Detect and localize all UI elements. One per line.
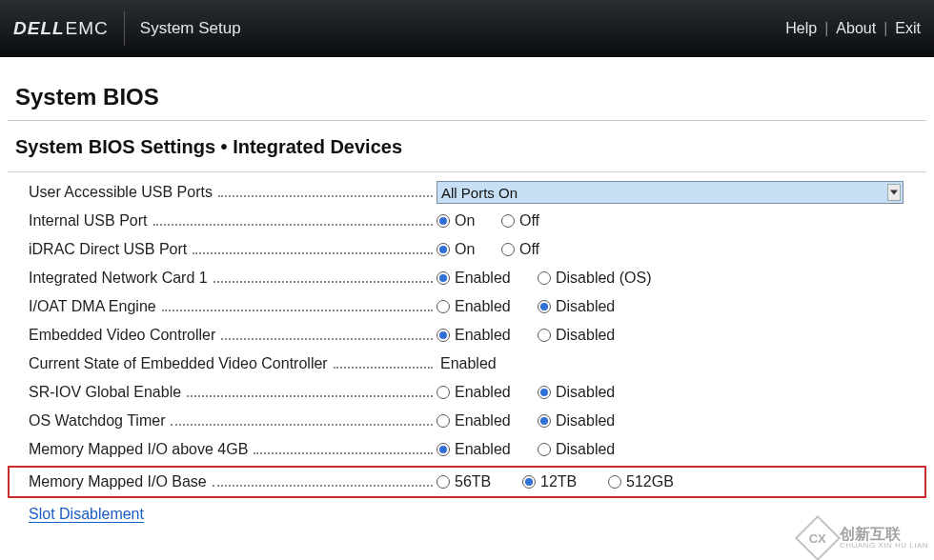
page: System BIOS System BIOS Settings • Integ… [8, 76, 926, 523]
idrac-usb-radio-on[interactable]: On [437, 241, 501, 258]
setting-label: Memory Mapped I/O Base [29, 473, 437, 490]
setting-row-idrac-usb: iDRAC Direct USB PortOnOff [8, 235, 926, 264]
watermark-cn: 创新互联 [840, 527, 928, 542]
embedded-video-radio-disabled[interactable]: Disabled [538, 327, 633, 344]
radio-label: Enabled [455, 384, 511, 401]
help-link[interactable]: Help [785, 20, 817, 37]
select-value: All Ports On [441, 185, 518, 201]
radio-icon [538, 329, 551, 342]
about-link[interactable]: About [836, 20, 876, 37]
nic1-radio-disabled-os-[interactable]: Disabled (OS) [538, 270, 671, 287]
radio-label: Disabled [556, 298, 615, 315]
radio-icon [437, 243, 450, 256]
embedded-video-radio-enabled[interactable]: Enabled [437, 327, 538, 344]
setting-label-text: SR-IOV Global Enable [29, 384, 181, 401]
setting-label-text: Embedded Video Controller [29, 327, 215, 344]
radio-icon [538, 300, 551, 313]
radio-label: On [455, 212, 475, 230]
setting-row-internal-usb: Internal USB PortOnOff [8, 207, 926, 235]
setting-value: Enabled [437, 355, 497, 372]
setting-label: User Accessible USB Ports [29, 184, 437, 201]
ioat-radio-disabled[interactable]: Disabled [538, 298, 633, 315]
sriov-radio-disabled[interactable]: Disabled [538, 384, 633, 401]
setting-label-text: iDRAC Direct USB Port [29, 241, 187, 258]
radio-label: On [455, 241, 475, 258]
radio-label: 12TB [540, 473, 577, 490]
setting-value: EnabledDisabled [437, 441, 633, 458]
setting-row-sriov: SR-IOV Global EnableEnabledDisabled [8, 378, 926, 407]
radio-icon [437, 386, 450, 399]
radio-icon [437, 475, 450, 489]
radio-label: 512GB [626, 473, 674, 490]
mmio4gb-radio-disabled[interactable]: Disabled [538, 441, 633, 458]
setting-label-text: Internal USB Port [29, 212, 148, 230]
setting-label: Internal USB Port [29, 212, 437, 230]
radio-label: Enabled [455, 327, 511, 344]
setting-label-text: Memory Mapped I/O above 4GB [29, 441, 248, 458]
watchdog-radio-enabled[interactable]: Enabled [437, 412, 538, 430]
dots-leader [153, 216, 434, 226]
setting-label-text: OS Watchdog Timer [29, 412, 165, 430]
setting-label: iDRAC Direct USB Port [29, 241, 437, 258]
watermark-logo: CX [795, 515, 841, 560]
chevron-down-icon[interactable] [887, 184, 901, 201]
slot-disablement-link[interactable]: Slot Disablement [29, 506, 144, 523]
radio-icon [538, 386, 551, 399]
mmio-base-radio-512gb[interactable]: 512GB [608, 473, 694, 490]
radio-icon [501, 243, 515, 256]
dots-leader [171, 416, 433, 426]
sriov-radio-enabled[interactable]: Enabled [437, 384, 538, 401]
setting-label-text: User Accessible USB Ports [29, 184, 213, 201]
radio-label: Enabled [455, 412, 511, 430]
internal-usb-radio-on[interactable]: On [437, 212, 501, 230]
watermark: CX 创新互联 CHUANG XIN HU LIAN [802, 522, 928, 554]
usb-ports-select[interactable]: All Ports On [437, 181, 904, 204]
watchdog-radio-disabled[interactable]: Disabled [538, 412, 633, 430]
exit-link[interactable]: Exit [895, 20, 921, 37]
setting-label: I/OAT DMA Engine [29, 298, 437, 315]
mmio-base-radio-12tb[interactable]: 12TB [522, 473, 608, 490]
nic1-radio-enabled[interactable]: Enabled [437, 270, 538, 287]
breadcrumb: System BIOS Settings • Integrated Device… [8, 121, 926, 172]
setting-label-text: Integrated Network Card 1 [29, 270, 208, 287]
mmio-base-radio-56tb[interactable]: 56TB [437, 473, 522, 490]
radio-label: Disabled [556, 384, 615, 401]
ioat-radio-enabled[interactable]: Enabled [437, 298, 538, 315]
brand-dell: DELL [13, 18, 65, 39]
top-links: Help | About | Exit [785, 20, 921, 37]
dots-leader [162, 302, 433, 311]
page-title: System BIOS [8, 76, 926, 121]
setting-value: OnOff [437, 212, 558, 230]
dots-leader [187, 388, 433, 397]
setting-label: Integrated Network Card 1 [29, 270, 437, 287]
setting-value: EnabledDisabled [437, 327, 633, 344]
mmio4gb-radio-enabled[interactable]: Enabled [437, 441, 538, 458]
radio-icon [437, 443, 450, 456]
setting-value: EnabledDisabled (OS) [437, 270, 671, 287]
dots-leader [193, 245, 433, 254]
internal-usb-radio-off[interactable]: Off [501, 212, 558, 230]
radio-label: Enabled [455, 298, 511, 315]
radio-icon [538, 271, 551, 285]
radio-icon [437, 414, 450, 428]
brand-logo: DELLEMC [13, 18, 109, 39]
radio-icon [437, 271, 450, 285]
dots-leader [221, 330, 433, 340]
radio-label: Disabled [556, 412, 615, 430]
setting-label: Embedded Video Controller [29, 327, 437, 344]
setting-value: All Ports On [437, 181, 904, 204]
app-title: System Setup [140, 19, 241, 38]
topbar: DELLEMC System Setup Help | About | Exit [0, 0, 934, 57]
separator: | [883, 20, 887, 37]
idrac-usb-radio-off[interactable]: Off [501, 241, 558, 258]
setting-row-watchdog: OS Watchdog TimerEnabledDisabled [8, 407, 926, 435]
radio-label: Enabled [455, 270, 511, 287]
radio-icon [538, 443, 551, 456]
radio-label: 56TB [455, 473, 491, 490]
dots-leader [213, 477, 433, 487]
setting-label: Memory Mapped I/O above 4GB [29, 441, 437, 458]
radio-icon [437, 214, 450, 228]
radio-icon [437, 329, 450, 342]
setting-row-ioat: I/OAT DMA EngineEnabledDisabled [8, 292, 926, 321]
setting-value: EnabledDisabled [437, 412, 633, 430]
